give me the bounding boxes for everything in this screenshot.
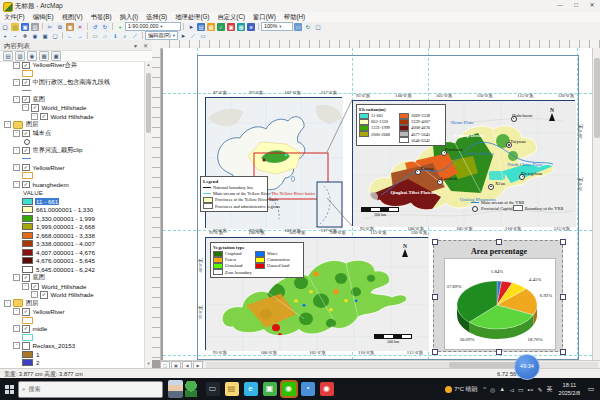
selection-handle[interactable] [496, 239, 502, 245]
menu-选择S[interactable]: 选择(S) [142, 13, 171, 22]
selection-handle[interactable] [560, 294, 566, 300]
layer-visibility-checkbox[interactable]: ✓ [22, 130, 30, 138]
pen-icon[interactable]: ✎ [538, 386, 543, 393]
menu-帮助H[interactable]: 帮助(H) [280, 13, 309, 22]
toolbox-icon[interactable]: ▣ [227, 23, 235, 31]
defender-shield-icon[interactable]: ▲ [499, 386, 505, 392]
data-view-icon[interactable]: ▢ [314, 23, 322, 31]
layout-vertical-scrollbar[interactable] [592, 48, 600, 360]
forward-extent-icon[interactable]: → [76, 32, 84, 40]
toc-layer-row[interactable]: -✓中国行政区_包含南海九段线 [0, 78, 145, 87]
expander-icon[interactable]: - [13, 325, 20, 332]
expander-icon[interactable]: - [22, 104, 29, 111]
china-map-legend[interactable]: Legend National boundary lineMain stream… [200, 176, 268, 212]
layer-visibility-checkbox[interactable]: ✓ [22, 274, 30, 282]
minimize-button[interactable]: — [552, 0, 568, 11]
copy-icon[interactable]: ⧉ [56, 23, 64, 31]
qq-icon[interactable]: ◉ [320, 382, 334, 396]
selection-handle[interactable] [560, 349, 566, 355]
menu-文件F[interactable]: 文件(F) [0, 13, 29, 22]
toc-class-row[interactable]: 661.0000001 - 1,330 [0, 206, 145, 215]
expander-icon[interactable]: - [13, 308, 20, 315]
measure-icon[interactable]: ⟋ [131, 32, 139, 40]
layer-visibility-checkbox[interactable]: ✓ [22, 96, 30, 104]
toc-layer-row[interactable]: -✓世界河流_裁剪clip [0, 146, 145, 155]
elevation-legend[interactable]: Elevation(m) 11-661662-13301331-19992000… [356, 104, 446, 146]
delete-icon[interactable]: ✕ [76, 23, 84, 31]
zoom-out-icon[interactable]: − [11, 32, 19, 40]
wechat-icon[interactable]: ◉ [282, 382, 296, 396]
toc-class-row[interactable]: 5,645.000001 - 6,242 [0, 265, 145, 274]
toc-layer-row[interactable]: -✓World Hillshade [0, 112, 145, 121]
close-button[interactable]: ✕ [584, 0, 600, 11]
select-features-icon[interactable]: ▭ [91, 32, 99, 40]
toc-options-icon[interactable]: ▣ [51, 51, 61, 61]
chevron-up-icon[interactable]: ^ [483, 386, 486, 392]
list-by-source-icon[interactable]: ▥ [15, 51, 25, 61]
layer-visibility-checkbox[interactable]: ✓ [31, 283, 39, 291]
volume-icon[interactable]: ◅ [509, 386, 514, 393]
toc-layer-row[interactable]: -✓YellowRiver合并 [0, 61, 145, 70]
usb-icon[interactable]: ⊷ [528, 386, 534, 393]
laptop-icon[interactable]: ▭ [518, 386, 524, 393]
task-view-icon[interactable]: ▭ [206, 382, 220, 396]
editor-sketch-icon[interactable]: ➤ [179, 32, 187, 40]
layer-visibility-checkbox[interactable]: ✓ [22, 308, 30, 316]
layer-visibility-checkbox[interactable]: ✓ [40, 291, 48, 299]
expander-icon[interactable]: - [31, 113, 38, 120]
toc-class-row[interactable]: 2,668.000001 - 3,338 [0, 231, 145, 240]
selection-handle[interactable] [496, 349, 502, 355]
layer-visibility-checkbox[interactable]: ✓ [22, 325, 30, 333]
toc-class-row[interactable]: 2 [0, 359, 145, 368]
toc-group-row[interactable]: -图层 [0, 299, 145, 308]
paste-icon[interactable]: ▣ [66, 23, 74, 31]
camera-icon[interactable]: ◎ [490, 386, 495, 393]
menu-编辑E[interactable]: 编辑(E) [29, 13, 58, 22]
file-explorer-icon[interactable]: ▤ [225, 382, 239, 396]
expander-icon[interactable]: - [13, 342, 20, 349]
selection-handle[interactable] [432, 239, 438, 245]
toc-layer-row[interactable]: -Reclass_20153 [0, 342, 145, 351]
layer-visibility-checkbox[interactable]: ✓ [22, 164, 30, 172]
pan-icon[interactable]: ✥ [21, 32, 29, 40]
toc-layer-row[interactable]: -✓World_Hillshade [0, 104, 145, 113]
expander-icon[interactable]: - [13, 79, 20, 86]
new-document-icon[interactable]: ▢ [1, 23, 9, 31]
menu-自定义C[interactable]: 自定义(C) [213, 13, 249, 22]
select-elements-icon[interactable]: ➤ [187, 23, 195, 31]
fixed-zoom-out-icon[interactable]: ▢ [51, 32, 59, 40]
menu-地理处理G[interactable]: 地理处理(G) [171, 13, 213, 22]
identify-icon[interactable]: ℹ [111, 32, 119, 40]
onedrive-icon[interactable]: ◔ [301, 382, 315, 396]
expander-icon[interactable]: - [13, 164, 20, 171]
edge-icon[interactable]: e [244, 382, 258, 396]
expander-icon[interactable]: - [22, 283, 29, 290]
add-data-icon[interactable]: + [116, 23, 124, 31]
list-by-selection-icon[interactable]: ▦ [39, 51, 49, 61]
start-button[interactable] [0, 378, 18, 400]
taskbar-clock[interactable]: 18:11 2025/2/8 [559, 381, 580, 398]
layer-visibility-checkbox[interactable]: ✓ [40, 113, 48, 121]
expander-icon[interactable]: - [31, 291, 38, 298]
maximize-button[interactable]: □ [568, 0, 584, 11]
find-icon[interactable]: ⌕ [121, 32, 129, 40]
expander-icon[interactable]: - [13, 130, 20, 137]
layer-visibility-checkbox[interactable]: ✓ [22, 79, 30, 87]
toc-class-row[interactable]: 3,338.000001 - 4,007 [0, 240, 145, 249]
toc-layer-row[interactable]: -✓World Hillshade [0, 291, 145, 300]
toc-symbol-row[interactable]: VALUE [0, 189, 145, 198]
model-builder-icon[interactable]: ▦ [237, 23, 245, 31]
layer-visibility-checkbox[interactable] [22, 342, 30, 350]
cut-icon[interactable]: ✂ [46, 23, 54, 31]
weather-widget[interactable]: 7°C 晴朗 [445, 385, 477, 394]
toc-layer-row[interactable]: -✓World_Hillshade [0, 282, 145, 291]
toc-class-row[interactable]: 1 [0, 350, 145, 359]
toc-group-row[interactable]: -图层 [0, 121, 145, 130]
zoom-in-icon[interactable]: + [1, 32, 9, 40]
photos-icon[interactable]: ▣ [263, 382, 277, 396]
expander-icon[interactable]: - [13, 147, 20, 154]
layer-visibility-checkbox[interactable]: ✓ [22, 147, 30, 155]
editor-toolbar-dropdown[interactable]: 编辑器(R)▾ [145, 31, 178, 40]
clear-selection-icon[interactable]: ▱ [101, 32, 109, 40]
menu-插入I[interactable]: 插入(I) [116, 13, 143, 22]
